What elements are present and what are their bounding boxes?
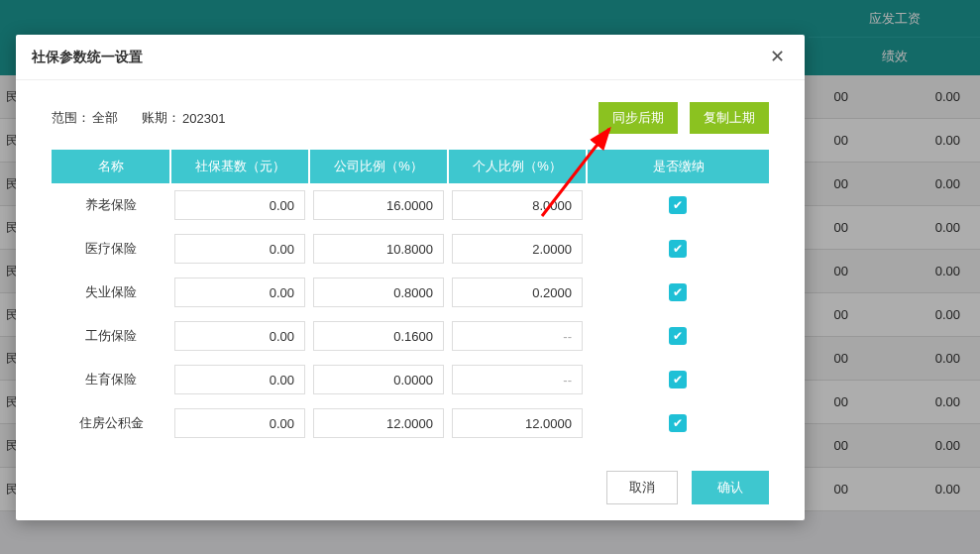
personal-ratio-input[interactable] bbox=[452, 190, 583, 220]
social-insurance-modal: 社保参数统一设置 ✕ 范围： 全部 账期： 202301 同步后期 复制上期 名… bbox=[16, 35, 805, 520]
company-ratio-input[interactable] bbox=[313, 408, 444, 438]
modal-topline: 范围： 全部 账期： 202301 同步后期 复制上期 bbox=[52, 102, 769, 134]
personal-ratio-input[interactable] bbox=[452, 234, 583, 264]
personal-ratio-input[interactable] bbox=[452, 321, 583, 351]
confirm-button[interactable]: 确认 bbox=[692, 471, 769, 504]
modal-title: 社保参数统一设置 bbox=[32, 49, 143, 66]
period-value: 202301 bbox=[182, 111, 225, 126]
col-header-base: 社保基数（元） bbox=[170, 150, 309, 183]
copy-previous-button[interactable]: 复制上期 bbox=[690, 102, 769, 134]
pay-checkbox[interactable]: ✔ bbox=[669, 283, 687, 301]
range-label: 范围： bbox=[52, 109, 90, 127]
row-name: 工伤保险 bbox=[52, 314, 170, 358]
cancel-button[interactable]: 取消 bbox=[606, 471, 678, 504]
table-row: 失业保险✔ bbox=[52, 271, 769, 314]
row-name: 生育保险 bbox=[52, 358, 170, 401]
row-name: 养老保险 bbox=[52, 183, 170, 227]
col-header-name: 名称 bbox=[52, 150, 170, 183]
base-input[interactable] bbox=[174, 365, 305, 394]
pay-checkbox[interactable]: ✔ bbox=[669, 196, 687, 214]
pay-checkbox[interactable]: ✔ bbox=[669, 327, 687, 345]
pay-checkbox[interactable]: ✔ bbox=[669, 371, 687, 388]
period-label: 账期： bbox=[142, 109, 180, 127]
company-ratio-input[interactable] bbox=[313, 277, 444, 307]
pay-checkbox[interactable]: ✔ bbox=[669, 240, 687, 258]
row-name: 医疗保险 bbox=[52, 227, 170, 271]
base-input[interactable] bbox=[174, 234, 305, 264]
row-name: 失业保险 bbox=[52, 271, 170, 314]
personal-ratio-input[interactable] bbox=[452, 365, 583, 394]
table-row: 养老保险✔ bbox=[52, 183, 769, 227]
base-input[interactable] bbox=[174, 190, 305, 220]
row-name: 住房公积金 bbox=[52, 401, 170, 445]
base-input[interactable] bbox=[174, 321, 305, 351]
table-row: 住房公积金✔ bbox=[52, 401, 769, 445]
col-header-company: 公司比例（%） bbox=[309, 150, 448, 183]
company-ratio-input[interactable] bbox=[313, 321, 444, 351]
base-input[interactable] bbox=[174, 408, 305, 438]
table-row: 工伤保险✔ bbox=[52, 314, 769, 358]
base-input[interactable] bbox=[174, 277, 305, 307]
modal-footer: 取消 确认 bbox=[606, 471, 769, 504]
company-ratio-input[interactable] bbox=[313, 234, 444, 264]
table-row: 生育保险✔ bbox=[52, 358, 769, 401]
col-header-personal: 个人比例（%） bbox=[448, 150, 587, 183]
company-ratio-input[interactable] bbox=[313, 365, 444, 394]
personal-ratio-input[interactable] bbox=[452, 277, 583, 307]
table-row: 医疗保险✔ bbox=[52, 227, 769, 271]
modal-header: 社保参数统一设置 ✕ bbox=[16, 35, 805, 80]
range-value: 全部 bbox=[92, 109, 118, 127]
close-icon[interactable]: ✕ bbox=[765, 46, 789, 69]
col-header-pay: 是否缴纳 bbox=[587, 150, 769, 183]
personal-ratio-input[interactable] bbox=[452, 408, 583, 438]
company-ratio-input[interactable] bbox=[313, 190, 444, 220]
modal-body: 范围： 全部 账期： 202301 同步后期 复制上期 名称 社保基数（元） 公… bbox=[16, 80, 805, 445]
insurance-table: 名称 社保基数（元） 公司比例（%） 个人比例（%） 是否缴纳 养老保险✔医疗保… bbox=[52, 150, 769, 445]
pay-checkbox[interactable]: ✔ bbox=[669, 414, 687, 432]
sync-later-button[interactable]: 同步后期 bbox=[599, 102, 678, 134]
